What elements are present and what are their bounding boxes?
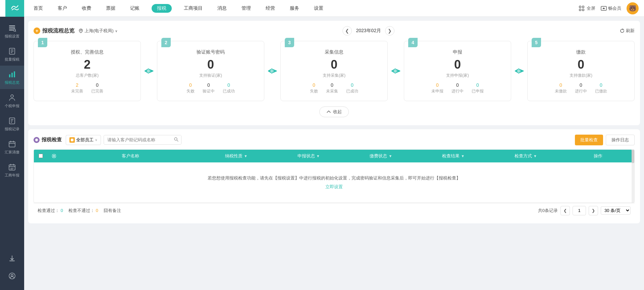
check-title: ◉ 报税检查 bbox=[34, 137, 62, 143]
step-1-stats: 2 未完善 0 已完善 bbox=[39, 82, 135, 94]
svg-rect-0 bbox=[579, 6, 581, 8]
step-4-stat-3: 0 已申报 bbox=[472, 82, 484, 94]
tax-overview-icon bbox=[7, 70, 17, 79]
step-4-stats: 0 未申报 0 进行中 0 已申报 bbox=[410, 82, 505, 94]
nav-message[interactable]: 消息 bbox=[215, 4, 229, 13]
nav-tax[interactable]: 报税 bbox=[152, 4, 172, 13]
sidebar-item-tax-settings[interactable]: 报税设置 bbox=[0, 19, 24, 43]
sidebar-item-personal-tax[interactable]: 个税申报 bbox=[0, 89, 24, 112]
sidebar-item-tax-records[interactable]: 报税记录 bbox=[0, 112, 24, 135]
vip-btn[interactable]: 畅会员 bbox=[601, 5, 621, 11]
avatar[interactable]: 🐻 bbox=[627, 2, 639, 14]
fullscreen-btn[interactable]: 全屏 bbox=[579, 5, 595, 11]
step-2-stat-2: 0 验证中 bbox=[203, 82, 215, 94]
step-2-stat-3: 0 已成功 bbox=[223, 82, 235, 94]
footer-right: 共0条记录 ❮ ❯ 30 条/页 50 条/页 100 条/页 bbox=[538, 206, 631, 215]
th-declare-status[interactable]: 申报状态 ▼ bbox=[272, 150, 345, 162]
process-overview-header: + 报税流程总览 上海(电子税局) ∨ ❮ 2023年02月 ❯ bbox=[34, 26, 635, 35]
fail-count[interactable]: 0 bbox=[96, 208, 98, 213]
step-5-stat-3: 0 已缴款 bbox=[595, 82, 607, 94]
nav-fee[interactable]: 收费 bbox=[79, 4, 94, 13]
nav-accounting[interactable]: 记账 bbox=[127, 4, 142, 13]
filter-icon-1: ▼ bbox=[244, 154, 248, 158]
step-1-stat-2: 0 已完善 bbox=[91, 82, 103, 94]
content-area: + 报税流程总览 上海(电子税局) ∨ ❮ 2023年02月 ❯ bbox=[24, 17, 644, 290]
nav-home[interactable]: 首页 bbox=[31, 4, 46, 13]
th-tax-nature[interactable]: 纳税性质 ▼ bbox=[200, 150, 273, 162]
th-customer-name: 客户名称 bbox=[61, 150, 200, 162]
operation-log-btn[interactable]: 操作日志 bbox=[606, 135, 635, 145]
svg-rect-27 bbox=[9, 165, 15, 170]
filter-group: 全部员工 ∨ bbox=[66, 135, 181, 145]
search-box bbox=[104, 135, 181, 145]
annual-report-icon bbox=[7, 162, 17, 172]
sidebar: 报税设置 批量报税 报税总览 bbox=[0, 17, 24, 290]
svg-point-38 bbox=[174, 138, 177, 140]
prev-page-btn[interactable]: ❮ bbox=[560, 206, 570, 215]
staff-filter-select[interactable]: 全部员工 ∨ bbox=[66, 135, 101, 145]
nav-invoice[interactable]: 票据 bbox=[103, 4, 118, 13]
setup-link[interactable]: 立即设置 bbox=[325, 184, 343, 189]
svg-rect-2 bbox=[579, 9, 581, 11]
nav-service[interactable]: 服务 bbox=[287, 4, 302, 13]
th-pay-status[interactable]: 缴费状态 ▼ bbox=[345, 150, 417, 162]
select-all-checkbox[interactable] bbox=[39, 154, 43, 158]
nav-customer[interactable]: 客户 bbox=[55, 4, 70, 13]
scroll-thumb[interactable] bbox=[632, 150, 634, 163]
sidebar-item-batch-tax[interactable]: 批量报税 bbox=[0, 43, 24, 66]
annual-settlement-icon bbox=[7, 139, 17, 149]
scroll-track[interactable] bbox=[632, 150, 634, 203]
th-check-result[interactable]: 检查结果 ▼ bbox=[417, 150, 490, 162]
page-size-select[interactable]: 30 条/页 50 条/页 100 条/页 bbox=[601, 206, 631, 215]
step-4-title: 申报 bbox=[410, 49, 505, 55]
batch-check-btn[interactable]: 批量检查 bbox=[575, 135, 603, 145]
svg-rect-6 bbox=[9, 25, 15, 26]
step-3-title: 采集信息 bbox=[286, 49, 382, 55]
nav-operation[interactable]: 经营 bbox=[263, 4, 278, 13]
tax-check-section: ◉ 报税检查 全部员工 ∨ bbox=[28, 129, 640, 223]
logo bbox=[5, 0, 24, 17]
pass-count-label: 检查通过： 0 bbox=[38, 208, 63, 214]
search-input[interactable] bbox=[104, 136, 171, 144]
nav-business[interactable]: 工商项目 bbox=[181, 4, 205, 13]
svg-rect-8 bbox=[9, 29, 13, 30]
sidebar-item-annual-report[interactable]: 工商年报 bbox=[0, 158, 24, 182]
sidebar-download[interactable] bbox=[0, 250, 24, 267]
nav-settings[interactable]: 设置 bbox=[311, 4, 326, 13]
th-check-method[interactable]: 检查方式 ▼ bbox=[490, 150, 562, 162]
main-layout: 报税设置 批量报税 报税总览 bbox=[0, 17, 644, 290]
pass-count[interactable]: 0 bbox=[61, 208, 63, 213]
month-navigation: ❮ 2023年02月 ❯ bbox=[342, 26, 394, 35]
download-icon bbox=[7, 254, 17, 263]
next-page-btn[interactable]: ❯ bbox=[589, 206, 598, 215]
step-1-stat-1: 2 未完善 bbox=[71, 82, 83, 94]
collapse-btn[interactable]: 收起 bbox=[319, 106, 349, 117]
check-actions: 批量检查 操作日志 bbox=[575, 135, 635, 145]
process-overview-title: + 报税流程总览 bbox=[34, 27, 74, 34]
page-input[interactable] bbox=[573, 206, 586, 215]
prev-month-btn[interactable]: ❮ bbox=[342, 26, 352, 35]
sidebar-profile[interactable] bbox=[0, 267, 24, 285]
step-1-card: 1 授权、完善信息 2 总客户数(家) 2 未完善 0 已完善 bbox=[34, 41, 141, 101]
step-1-title: 授权、完善信息 bbox=[39, 49, 135, 55]
collapse-bar: 收起 bbox=[34, 104, 635, 120]
th-settings[interactable] bbox=[47, 150, 61, 162]
step-2-count: 0 bbox=[163, 58, 259, 71]
svg-point-18 bbox=[11, 95, 13, 97]
step-4-number: 4 bbox=[408, 38, 418, 47]
sidebar-item-annual-settlement[interactable]: 汇算清缴 bbox=[0, 135, 24, 158]
chevron-down-icon: ∨ bbox=[115, 29, 117, 33]
th-checkbox[interactable] bbox=[34, 150, 47, 162]
step-5-stats: 0 未缴款 0 进行中 0 已缴款 bbox=[533, 82, 629, 94]
sidebar-item-tax-overview[interactable]: 报税总览 bbox=[0, 66, 24, 89]
sidebar-label-tax-overview: 报税总览 bbox=[5, 80, 19, 85]
search-button[interactable] bbox=[171, 135, 181, 144]
location-badge[interactable]: 上海(电子税局) ∨ bbox=[78, 28, 117, 34]
current-month: 2023年02月 bbox=[356, 28, 381, 34]
refresh-btn[interactable]: 刷新 bbox=[620, 28, 635, 34]
nav-manage[interactable]: 管理 bbox=[239, 4, 254, 13]
svg-rect-17 bbox=[14, 71, 15, 77]
total-records: 共0条记录 bbox=[538, 208, 558, 214]
next-month-btn[interactable]: ❯ bbox=[385, 26, 394, 35]
step-5-number: 5 bbox=[532, 38, 541, 47]
